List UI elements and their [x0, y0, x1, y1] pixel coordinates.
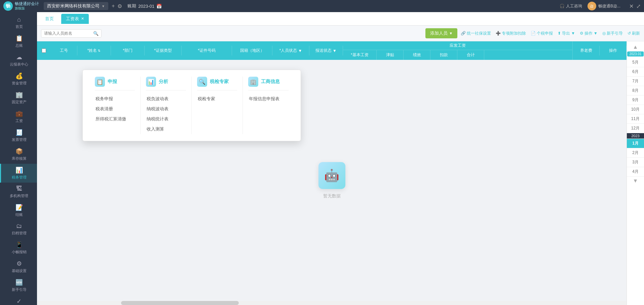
dropdown-grid: 📋 申报 税务申报 税表清册 所得税汇算清缴 📊 分析	[89, 77, 294, 134]
special-deduction-action[interactable]: ➕ 专项附加扣除	[496, 31, 526, 36]
dropdown-col-analysis: 📊 分析 税负波动表 纳税波动表 纳税统计表 收入测算	[141, 77, 192, 134]
sidebar-item-salary[interactable]: 💼 工资	[0, 107, 37, 126]
toolbar-area: 🔍 添加人员 ▼ 🔗 统一社保设置 ➕ 专项附加扣除 📄 个税申报	[37, 26, 644, 41]
th-checkbox[interactable]	[37, 48, 50, 53]
refresh-action[interactable]: ↺ 刷新	[628, 31, 640, 36]
tab-home[interactable]: 首页	[40, 14, 59, 24]
maximize-icon[interactable]: ⤢	[636, 3, 641, 9]
menu-item-income-forecast[interactable]: 收入测算	[146, 124, 186, 134]
menu-item-tax-expert[interactable]: 税检专家	[197, 94, 237, 104]
company-name: 西安虾米网络科技有限公司	[47, 3, 100, 9]
sidebar-item-guide[interactable]: 🆕 新手引导	[0, 276, 37, 295]
cal-month-8[interactable]: 8月	[627, 86, 644, 96]
arrow-down-icon: ▼	[571, 31, 575, 36]
menu-item-tax-table-list[interactable]: 税表清册	[95, 104, 135, 114]
cal-month-2[interactable]: 2月	[627, 148, 644, 158]
th-pension: 养老费	[573, 46, 600, 55]
cal-year-2023-marker: 2023	[627, 133, 644, 139]
select-all-checkbox[interactable]	[42, 48, 46, 53]
sort-icon[interactable]: ⇅	[98, 49, 101, 52]
menu-item-income-tax-settlement[interactable]: 所得税汇算清缴	[95, 114, 135, 124]
inventory-icon: 📦	[15, 148, 23, 155]
sidebar-item-cloud-report[interactable]: ☁ 云报表中心	[0, 51, 37, 70]
headset-icon: 🎧	[560, 4, 565, 8]
home-icon: ⌂	[17, 16, 21, 23]
service-button[interactable]: 🎧 人工咨询	[560, 3, 582, 9]
settings-icon[interactable]: ⚙	[117, 3, 122, 9]
tab-salary-table[interactable]: 工资表 ✕	[61, 14, 89, 24]
top-bar: 畅 畅捷通好会计 旗舰版 西安虾米网络科技有限公司 ▼ + ⚙ 账期 2023-…	[0, 0, 644, 12]
sidebar-item-archive[interactable]: 🗂 归档管理	[0, 220, 37, 238]
personal-tax-action[interactable]: 📄 个税申报	[531, 31, 553, 36]
menu-item-tax-declaration[interactable]: 税务申报	[95, 94, 135, 104]
cal-month-5[interactable]: 5月	[627, 58, 644, 67]
sidebar-item-basic-settings[interactable]: ⚙ 基础设置	[0, 257, 37, 276]
cal-month-4[interactable]: 4月	[627, 167, 644, 177]
th-base-wage: *基本工资	[343, 50, 377, 60]
dropdown-menu: 📋 申报 税务申报 税表清册 所得税汇算清缴 📊 分析	[82, 70, 301, 141]
menu-item-tax-fluctuation[interactable]: 纳税波动表	[146, 104, 186, 114]
user-profile[interactable]: 迩 畅捷通B迩...	[588, 2, 620, 10]
analysis-icon: 📊	[146, 77, 156, 87]
scrollbar-area[interactable]	[37, 301, 627, 305]
sidebar-item-home[interactable]: ⌂ 首页	[0, 13, 37, 32]
cal-month-10[interactable]: 10月	[627, 105, 644, 114]
cal-month-11[interactable]: 11月	[627, 114, 644, 124]
cal-month-12[interactable]: 12月	[627, 124, 644, 133]
social-security-action[interactable]: 🔗 统一社保设置	[461, 31, 491, 36]
add-icon[interactable]: +	[112, 3, 115, 9]
company-selector[interactable]: 西安虾米网络科技有限公司 ▼	[44, 2, 108, 10]
tab-close-icon[interactable]: ✕	[81, 16, 84, 21]
filter-icon[interactable]: ▼	[333, 48, 337, 53]
menu-item-annual-report[interactable]: 年报信息申报表	[248, 94, 289, 104]
th-total: 合计	[457, 50, 484, 60]
th-status: *人员状态 ▼	[272, 46, 309, 55]
calendar-icon[interactable]: 📅	[156, 4, 162, 9]
sidebar-item-fixed-assets[interactable]: 🏢 固定资产	[0, 88, 37, 107]
member-icon: ✓	[16, 298, 22, 305]
table-header: 工号 *姓名 ⇅ *部门 *证据类型 *证件号码 国籍（地区） *人员状态 ▼ …	[37, 41, 627, 60]
business-icon: 🏢	[248, 77, 258, 87]
filter-icon[interactable]: ▼	[298, 48, 302, 53]
sidebar-item-member[interactable]: ✓ 畅会员	[0, 295, 37, 305]
avatar: 迩	[588, 2, 596, 10]
sidebar-item-invoice[interactable]: 🧾 发票管理	[0, 126, 37, 145]
menu-item-tax-burden-fluctuation[interactable]: 税负波动表	[146, 94, 186, 104]
dropdown-col-tax-expert: 🔍 税检专家 税检专家	[192, 77, 243, 134]
cal-month-3[interactable]: 3月	[627, 158, 644, 167]
scrollbar-thumb[interactable]	[121, 301, 239, 305]
cal-month-1[interactable]: 1月	[627, 139, 644, 148]
plus-icon: ➕	[496, 31, 501, 36]
calendar-nav-down[interactable]: ▼	[632, 177, 640, 185]
operations-action[interactable]: ⚙ 操作 ▼	[580, 31, 598, 36]
sidebar-item-xiaochang[interactable]: 📱 小畅报销	[0, 238, 37, 257]
dropdown-col-header-business-info: 🏢 工商信息	[248, 77, 289, 90]
cal-month-6[interactable]: 6月	[627, 67, 644, 77]
close-icon[interactable]: ✕	[629, 3, 634, 9]
add-person-button[interactable]: 添加人员 ▼	[425, 28, 457, 38]
menu-item-tax-statistics[interactable]: 纳税统计表	[146, 114, 186, 124]
table-area: 工号 *姓名 ⇅ *部门 *证据类型 *证件号码 国籍（地区） *人员状态 ▼ …	[37, 41, 627, 305]
sidebar-item-settlement[interactable]: 📝 结账	[0, 201, 37, 220]
sidebar-item-tax[interactable]: 📊 税务管理	[0, 164, 37, 183]
multi-org-icon: 🏗	[16, 185, 22, 192]
cal-month-9[interactable]: 9月	[627, 96, 644, 105]
sidebar-item-inventory[interactable]: 📦 库存核算	[0, 145, 37, 164]
logo-icon: 畅	[3, 1, 13, 11]
th-allowance: 津贴	[377, 50, 404, 60]
sidebar-item-multi-org[interactable]: 🏗 多机构管理	[0, 183, 37, 201]
window-controls: ✕ ⤢	[629, 3, 641, 9]
sidebar-item-fund[interactable]: 💰 资金管理	[0, 70, 37, 88]
search-input[interactable]	[44, 31, 91, 36]
top-bar-actions: 🎧 人工咨询 迩 畅捷通B迩... ✕ ⤢	[560, 2, 641, 10]
wage-sub-cols: *基本工资 津贴 绩效 扣款 合计	[343, 50, 572, 60]
sidebar-item-ledger[interactable]: 📋 总账	[0, 32, 37, 51]
cloud-icon: ☁	[16, 53, 22, 61]
settlement-icon: 📝	[15, 204, 23, 211]
cal-month-7[interactable]: 7月	[627, 77, 644, 86]
content-body: 工号 *姓名 ⇅ *部门 *证据类型 *证件号码 国籍（地区） *人员状态 ▼ …	[37, 41, 644, 305]
export-action[interactable]: ⬆ 导出 ▼	[558, 31, 575, 36]
guide-action[interactable]: ◎ 新手引导	[602, 31, 623, 36]
calendar-nav-up[interactable]: ▲	[632, 43, 640, 51]
top-bar-icons: + ⚙	[112, 3, 122, 9]
